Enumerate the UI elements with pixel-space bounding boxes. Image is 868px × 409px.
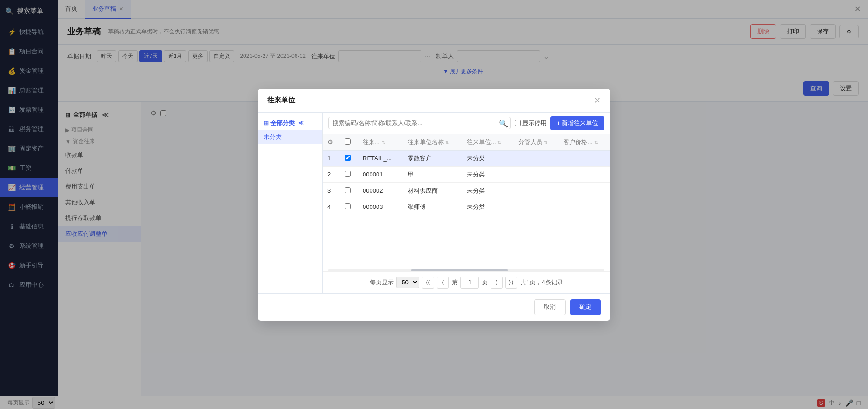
col-price: 客户价格... ⇅: [559, 134, 610, 151]
modal-all-category-header[interactable]: ⊞ 全部分类 ≪: [258, 116, 322, 130]
modal-horizontal-scrollbar[interactable]: [328, 269, 604, 271]
col-checkbox: [340, 134, 358, 151]
col-manager: 分管人员 ⇅: [514, 134, 559, 151]
total-label: 共1页，4条记录: [520, 278, 563, 287]
modal-pagination: 每页显示 50 ⟨⟨ ⟨ 第 页 ⟩ ⟩⟩ 共1页，4条记录: [323, 271, 610, 293]
row-checkbox[interactable]: [340, 182, 358, 199]
col-code: 往来... ⇅: [358, 134, 403, 151]
page-unit-label: 页: [482, 278, 488, 287]
sort-icon-category: ⇅: [497, 140, 501, 145]
modal-table-header: ⚙ 往来... ⇅ 往来单位名称 ⇅ 往来单位... ⇅ 分管人员 ⇅ 客户价格…: [323, 134, 610, 151]
row-price: [559, 182, 610, 199]
row-price: [559, 199, 610, 215]
row-num: 1: [323, 150, 340, 166]
modal-body: ⊞ 全部分类 ≪ 未分类 🔍 显示停用 + 新增往来单位: [258, 113, 610, 293]
modal-uncategorized-item[interactable]: 未分类: [258, 130, 322, 144]
modal-scrollbar-thumb[interactable]: [411, 269, 508, 271]
modal-sidebar-arrow-icon: ≪: [298, 120, 304, 126]
party-search-input[interactable]: [328, 117, 511, 129]
modal-footer: 取消 确定: [258, 293, 610, 321]
page-label: 第: [452, 278, 458, 287]
show-disabled-checkbox[interactable]: [515, 120, 521, 126]
row-category: 未分类: [462, 166, 514, 182]
confirm-button[interactable]: 确定: [570, 299, 601, 315]
grid-dots-icon: ⊞: [264, 120, 269, 126]
row-num: 4: [323, 199, 340, 215]
last-page-button[interactable]: ⟩⟩: [505, 277, 517, 289]
search-icon-button[interactable]: 🔍: [499, 119, 508, 127]
row-category: 未分类: [462, 182, 514, 199]
next-page-button[interactable]: ⟩: [491, 277, 503, 289]
row-name: 材料供应商: [403, 182, 462, 199]
row-num: 2: [323, 166, 340, 182]
row-checkbox[interactable]: [340, 150, 358, 166]
sort-icon-price: ⇅: [594, 140, 598, 145]
row-category: 未分类: [462, 199, 514, 215]
sort-icon-name: ⇅: [445, 140, 449, 145]
modal-data-table: ⚙ 往来... ⇅ 往来单位名称 ⇅ 往来单位... ⇅ 分管人员 ⇅ 客户价格…: [323, 134, 610, 215]
row-checkbox[interactable]: [340, 199, 358, 215]
modal-table-body: 1 RETAIL_... 零散客户 未分类 2 000001 甲 未分类 3 0…: [323, 150, 610, 215]
row-name: 零散客户: [403, 150, 462, 166]
modal-category-sidebar: ⊞ 全部分类 ≪ 未分类: [258, 113, 323, 293]
row-code: RETAIL_...: [358, 150, 403, 166]
per-page-label: 每页显示: [370, 278, 394, 287]
modal-header: 往来单位 ✕: [258, 89, 610, 113]
first-page-button[interactable]: ⟨⟨: [422, 277, 434, 289]
show-disabled-label[interactable]: 显示停用: [515, 119, 547, 127]
row-manager: [514, 150, 559, 166]
col-name: 往来单位名称 ⇅: [403, 134, 462, 151]
prev-page-button[interactable]: ⟨: [437, 277, 449, 289]
cancel-button[interactable]: 取消: [534, 299, 566, 315]
row-name: 张师傅: [403, 199, 462, 215]
row-price: [559, 166, 610, 182]
table-row[interactable]: 1 RETAIL_... 零散客户 未分类: [323, 150, 610, 166]
table-row[interactable]: 4 000003 张师傅 未分类: [323, 199, 610, 215]
search-wrapper: 🔍: [328, 117, 511, 129]
row-checkbox[interactable]: [340, 166, 358, 182]
row-num: 3: [323, 182, 340, 199]
row-code: 000002: [358, 182, 403, 199]
modal-main-panel: 🔍 显示停用 + 新增往来单位 ⚙ 往来... ⇅ 往来单位名称 ⇅: [323, 113, 610, 293]
row-manager: [514, 182, 559, 199]
sort-icon-code: ⇅: [382, 140, 385, 145]
row-name: 甲: [403, 166, 462, 182]
col-category: 往来单位... ⇅: [462, 134, 514, 151]
modal-title: 往来单位: [267, 96, 295, 105]
row-manager: [514, 166, 559, 182]
modal-select-all[interactable]: [345, 138, 351, 145]
per-page-select[interactable]: 50: [396, 277, 419, 288]
settings-col-icon: ⚙: [327, 138, 333, 145]
row-code: 000003: [358, 199, 403, 215]
col-settings: ⚙: [323, 134, 340, 151]
row-code: 000001: [358, 166, 403, 182]
table-row[interactable]: 3 000002 材料供应商 未分类: [323, 182, 610, 199]
table-row[interactable]: 2 000001 甲 未分类: [323, 166, 610, 182]
row-category: 未分类: [462, 150, 514, 166]
party-modal: 往来单位 ✕ ⊞ 全部分类 ≪ 未分类 🔍 显示停用: [258, 89, 610, 321]
sort-icon-manager: ⇅: [544, 140, 547, 145]
modal-table-scroll[interactable]: ⚙ 往来... ⇅ 往来单位名称 ⇅ 往来单位... ⇅ 分管人员 ⇅ 客户价格…: [323, 134, 610, 269]
page-number-input[interactable]: [460, 277, 479, 289]
row-manager: [514, 199, 559, 215]
modal-close-button[interactable]: ✕: [594, 95, 601, 106]
row-price: [559, 150, 610, 166]
modal-toolbar: 🔍 显示停用 + 新增往来单位: [323, 113, 610, 134]
add-party-button[interactable]: + 新增往来单位: [550, 116, 604, 130]
